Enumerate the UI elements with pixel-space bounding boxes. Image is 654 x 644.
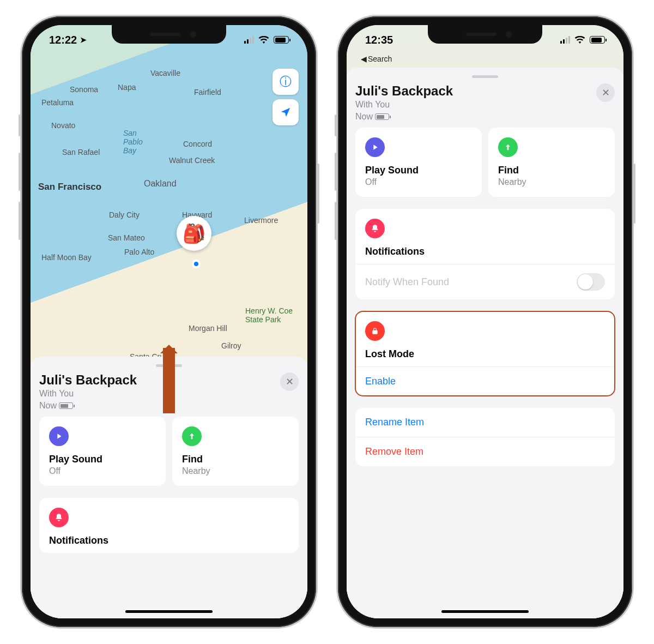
lock-icon: [365, 321, 385, 341]
item-map-pin[interactable]: 🎒: [177, 216, 211, 251]
backpack-icon: 🎒: [183, 222, 205, 244]
map-info-button[interactable]: ⓘ: [272, 69, 299, 95]
notify-when-found-toggle: [577, 273, 605, 291]
map-recenter-button[interactable]: [272, 99, 299, 125]
play-sound-label: Play Sound: [365, 165, 472, 176]
find-label: Find: [182, 454, 289, 465]
find-label: Find: [498, 165, 605, 176]
find-sub: Nearby: [182, 466, 289, 476]
wifi-icon: [258, 36, 269, 44]
close-sheet-button[interactable]: ✕: [280, 372, 299, 391]
item-battery-icon: [59, 402, 73, 409]
item-status-now: Now: [39, 401, 57, 410]
item-status-now: Now: [355, 112, 373, 121]
status-time: 12:22: [49, 34, 77, 46]
lost-mode-title: Lost Mode: [365, 348, 605, 360]
notify-when-found-label: Notify When Found: [365, 276, 449, 288]
rename-label: Rename Item: [365, 417, 424, 428]
battery-icon: [590, 36, 605, 44]
user-location-dot: [192, 260, 201, 268]
play-icon: [365, 137, 385, 157]
back-to-search[interactable]: ◀ Search: [361, 55, 392, 63]
sheet-grabber[interactable]: [472, 75, 498, 78]
item-sheet-expanded[interactable]: Juli's Backpack With You Now ✕ Play Soun…: [347, 68, 623, 618]
arrow-up-icon: [498, 137, 518, 157]
play-sound-sub: Off: [365, 177, 472, 187]
item-title: Juli's Backpack: [355, 83, 453, 99]
annotation-swipe-up-arrow: [163, 348, 175, 413]
bell-icon: [49, 508, 69, 527]
notifications-title: Notifications: [49, 535, 289, 546]
rename-item-row[interactable]: Rename Item: [355, 408, 615, 437]
lost-mode-section: Lost Mode Enable: [355, 311, 615, 396]
lost-mode-enable-row[interactable]: Enable: [355, 366, 615, 396]
play-sound-label: Play Sound: [49, 454, 156, 465]
notifications-title: Notifications: [365, 246, 605, 257]
item-sheet[interactable]: Juli's Backpack With You Now ✕ Play Soun…: [31, 357, 307, 618]
item-status-with-you: With You: [39, 388, 137, 400]
notify-when-found-row: Notify When Found: [355, 264, 615, 299]
find-card[interactable]: Find Nearby: [488, 128, 615, 197]
find-card[interactable]: Find Nearby: [172, 417, 299, 486]
home-indicator[interactable]: [441, 610, 529, 613]
phone-right: 12:35 ◀ Search Juli's Backpack With You …: [338, 16, 632, 627]
notch: [428, 25, 542, 44]
item-title: Juli's Backpack: [39, 372, 137, 388]
enable-label: Enable: [365, 376, 396, 387]
notch: [112, 25, 226, 44]
cellular-icon: [560, 36, 570, 44]
remove-label: Remove Item: [365, 446, 423, 458]
item-status-with-you: With You: [355, 99, 453, 111]
item-actions-section: Rename Item Remove Item: [355, 408, 615, 466]
bell-icon: [365, 219, 385, 238]
item-battery-icon: [375, 113, 389, 120]
location-services-icon: ➤: [80, 35, 87, 44]
play-sound-card[interactable]: Play Sound Off: [355, 128, 482, 197]
notifications-section: Notifications: [39, 498, 299, 553]
home-indicator[interactable]: [125, 610, 213, 613]
play-sound-sub: Off: [49, 466, 156, 476]
status-time: 12:35: [365, 34, 393, 46]
battery-icon: [274, 36, 289, 44]
play-sound-card[interactable]: Play Sound Off: [39, 417, 166, 486]
close-sheet-button[interactable]: ✕: [596, 83, 615, 102]
phone-left: 12:22 ➤ Vacaville Napa Sonoma Fairfield …: [22, 16, 316, 627]
play-icon: [49, 426, 69, 446]
notifications-section: Notifications Notify When Found: [355, 209, 615, 299]
wifi-icon: [574, 36, 585, 44]
cellular-icon: [244, 36, 254, 44]
remove-item-row[interactable]: Remove Item: [355, 437, 615, 466]
arrow-up-icon: [182, 426, 202, 446]
find-sub: Nearby: [498, 177, 605, 187]
